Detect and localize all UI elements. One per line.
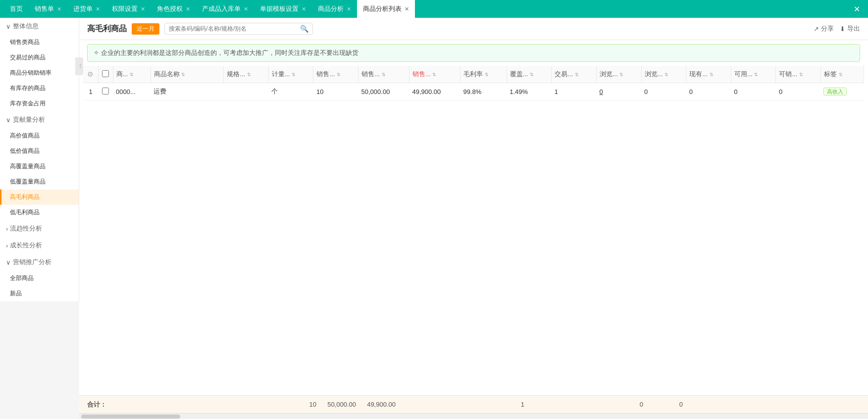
col-view2[interactable]: 浏览... ⇅ (641, 66, 686, 83)
col-available[interactable]: 可用... ⇅ (731, 66, 776, 83)
sidebar-item-traded-goods[interactable]: 交易过的商品 (0, 50, 79, 65)
view1-link[interactable]: 0 (599, 88, 603, 95)
nav-role[interactable]: 角色授权 ✕ (151, 0, 196, 18)
col-trade[interactable]: 交易... ⇅ (552, 66, 597, 83)
nav-purchase[interactable]: 进货单 ✕ (67, 0, 106, 18)
sidebar-section-marketing[interactable]: ∨ 营销推广分析 (0, 254, 79, 271)
col-sellable[interactable]: 可销... ⇅ (776, 66, 821, 83)
info-banner: ✧ 企业的主要的利润都是这部分商品创造的，可考虑加大推广，同时关注库存是不要出现… (87, 44, 860, 62)
close-sales-tab[interactable]: ✕ (57, 6, 61, 12)
sort-unit-icon[interactable]: ⇅ (292, 72, 296, 77)
sidebar-section-trend[interactable]: › 流趋性分析 (0, 220, 79, 237)
sidebar-item-all-goods[interactable]: 全部商品 (0, 271, 79, 286)
sidebar-item-high-margin[interactable]: 高毛利商品 (0, 189, 79, 205)
summary-label: 合计： (87, 400, 106, 409)
row-gross-margin: 99.8% (460, 83, 507, 100)
search-input[interactable] (169, 25, 297, 32)
close-window-button[interactable]: ✕ (850, 4, 864, 14)
nav-product-analysis[interactable]: 商品分析 ✕ (312, 0, 357, 18)
sort-sellable-icon[interactable]: ⇅ (799, 72, 803, 77)
sort-margin-icon[interactable]: ⇅ (485, 72, 489, 77)
sidebar-item-high-value[interactable]: 高价值商品 (0, 128, 79, 143)
summary-values: 10 50,000.00 49,900.00 1 0 0 (116, 401, 860, 408)
section-arrow-marketing: ∨ (6, 259, 11, 266)
sort-spec-icon[interactable]: ⇅ (247, 72, 251, 77)
nav-home[interactable]: 首页 (4, 0, 29, 18)
sidebar-item-in-stock[interactable]: 有库存的商品 (0, 81, 79, 96)
sidebar-section-overall[interactable]: ∨ 整体信息 (0, 18, 79, 35)
col-tag[interactable]: 标签 ⇅ (820, 66, 864, 83)
section-arrow-trend: › (6, 225, 8, 233)
nav-product-storage[interactable]: 产成品入库单 ✕ (196, 0, 254, 18)
col-current-stock[interactable]: 现有... ⇅ (686, 66, 731, 83)
col-unit[interactable]: 计量... ⇅ (268, 66, 313, 83)
sort-view2-icon[interactable]: ⇅ (664, 72, 668, 77)
period-button[interactable]: 近一月 (132, 23, 159, 35)
sidebar-item-new-goods[interactable]: 新品 (0, 286, 79, 301)
col-view1[interactable]: 浏览... ⇅ (596, 66, 641, 83)
close-analysis-tab[interactable]: ✕ (347, 6, 351, 12)
row-checkbox[interactable] (98, 83, 113, 100)
col-sale-profit[interactable]: 销售... ⇅ (409, 66, 460, 83)
sidebar-section-growth[interactable]: › 成长性分析 (0, 237, 79, 254)
select-all-checkbox[interactable] (102, 70, 109, 77)
sort-amount-icon[interactable]: ⇅ (382, 72, 386, 77)
close-template-tab[interactable]: ✕ (302, 6, 306, 12)
sort-profit-icon[interactable]: ⇅ (432, 72, 436, 77)
sort-view1-icon[interactable]: ⇅ (619, 72, 623, 77)
section-arrow-overall: ∨ (6, 23, 11, 30)
sort-tag-icon[interactable]: ⇅ (839, 72, 843, 77)
sort-coverage-icon[interactable]: ⇅ (530, 72, 534, 77)
sidebar-item-low-margin[interactable]: 低毛利商品 (0, 205, 79, 220)
col-sale-amount[interactable]: 销售... ⇅ (358, 66, 409, 83)
sort-qty-icon[interactable]: ⇅ (337, 72, 341, 77)
col-name[interactable]: 商品名称 ⇅ (151, 66, 223, 83)
sort-code-icon[interactable]: ⇅ (130, 72, 134, 77)
tag-badge: 高收入 (823, 88, 847, 95)
col-code[interactable]: 商... ⇅ (113, 66, 151, 83)
row-view1[interactable]: 0 (596, 83, 641, 100)
sidebar-item-sales-goods[interactable]: 销售类商品 (0, 35, 79, 50)
row-tag: 高收入 (820, 83, 864, 100)
data-table: ⚙ 商... ⇅ 商品名称 ⇅ 规格... ⇅ 计量... ⇅ 销售... ⇅ … (83, 66, 864, 100)
content-area: 高毛利商品 近一月 🔍 ↗ 分享 ⬇ 导出 ✧ 企业的主要的利润都是这部分商品创… (79, 18, 868, 419)
scrollbar-thumb[interactable] (81, 415, 180, 419)
col-gross-margin[interactable]: 毛利率 ⇅ (460, 66, 507, 83)
col-coverage[interactable]: 覆盖... ⇅ (507, 66, 552, 83)
nav-product-analysis-list[interactable]: 商品分析列表 ✕ (357, 0, 415, 18)
close-analysis-list-tab[interactable]: ✕ (405, 6, 409, 12)
sidebar-section-contribution[interactable]: ∨ 贡献量分析 (0, 111, 79, 128)
col-settings[interactable]: ⚙ (83, 66, 98, 83)
export-button[interactable]: ⬇ 导出 (840, 24, 860, 33)
sort-current-icon[interactable]: ⇅ (710, 72, 714, 77)
row-select-checkbox[interactable] (102, 88, 109, 94)
sort-name-icon[interactable]: ⇅ (181, 72, 185, 77)
sidebar-item-stock-capital[interactable]: 库存资金占用 (0, 96, 79, 111)
sidebar-item-distribution-rate[interactable]: 商品分销助销率 (0, 65, 79, 81)
close-product-storage-tab[interactable]: ✕ (244, 6, 248, 12)
col-checkbox[interactable] (98, 66, 113, 83)
close-purchase-tab[interactable]: ✕ (96, 6, 100, 12)
sidebar-item-high-coverage[interactable]: 高覆盖量商品 (0, 159, 79, 174)
footer-summary: 合计： 10 50,000.00 49,900.00 1 0 0 (79, 395, 868, 413)
col-sale-qty[interactable]: 销售... ⇅ (313, 66, 358, 83)
sidebar-item-low-coverage[interactable]: 低覆盖量商品 (0, 174, 79, 189)
row-spec (224, 83, 269, 100)
settings-icon[interactable]: ⚙ (87, 70, 94, 78)
sidebar-collapse-button[interactable]: 《 (75, 57, 83, 75)
horizontal-scrollbar[interactable] (79, 413, 868, 419)
nav-permission[interactable]: 权限设置 ✕ (106, 0, 151, 18)
row-sale-qty: 10 (313, 83, 358, 100)
search-icon[interactable]: 🔍 (300, 25, 308, 33)
sort-available-icon[interactable]: ⇅ (754, 72, 758, 77)
nav-sales[interactable]: 销售单 ✕ (29, 0, 67, 18)
sort-trade-icon[interactable]: ⇅ (575, 72, 579, 77)
close-permission-tab[interactable]: ✕ (141, 6, 145, 12)
col-spec[interactable]: 规格... ⇅ (224, 66, 269, 83)
row-code: 0000... (113, 83, 151, 100)
close-role-tab[interactable]: ✕ (186, 6, 190, 12)
share-button[interactable]: ↗ 分享 (814, 24, 834, 33)
row-unit: 个 (268, 83, 313, 100)
nav-template[interactable]: 单据模板设置 ✕ (254, 0, 312, 18)
sidebar-item-low-value[interactable]: 低价值商品 (0, 143, 79, 159)
